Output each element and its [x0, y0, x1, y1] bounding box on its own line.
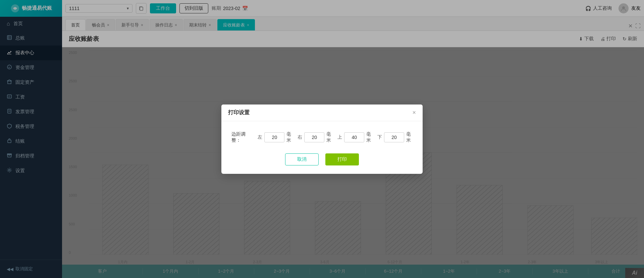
modal-close-button[interactable]: × — [412, 110, 416, 116]
right-unit-label: 毫米 — [326, 131, 333, 143]
margin-row: 边距调整： 左 毫米 右 毫米 上 毫米 下 — [231, 131, 413, 143]
modal-backdrop: 打印设置 × 边距调整： 左 毫米 右 毫米 上 毫米 — [0, 0, 644, 278]
margin-label: 边距调整： — [231, 131, 253, 143]
margin-left-group: 左 毫米 — [258, 131, 293, 143]
modal-body: 边距调整： 左 毫米 右 毫米 上 毫米 下 — [221, 121, 423, 150]
top-unit-label: 毫米 — [366, 131, 373, 143]
margin-left-input[interactable] — [264, 132, 284, 142]
margin-top-group: 上 毫米 — [337, 131, 373, 143]
bottom-direction-label: 下 — [377, 134, 382, 140]
print-settings-modal: 打印设置 × 边距调整： 左 毫米 右 毫米 上 毫米 — [221, 105, 423, 174]
modal-header: 打印设置 × — [221, 105, 423, 121]
margin-top-input[interactable] — [344, 132, 364, 142]
margin-right-input[interactable] — [304, 132, 324, 142]
top-direction-label: 上 — [337, 134, 342, 140]
right-direction-label: 右 — [298, 134, 302, 140]
margin-bottom-input[interactable] — [384, 132, 404, 142]
left-unit-label: 毫米 — [286, 131, 293, 143]
modal-title: 打印设置 — [228, 109, 412, 116]
margin-right-group: 右 毫米 — [298, 131, 333, 143]
cancel-button[interactable]: 取消 — [285, 153, 319, 165]
modal-print-button[interactable]: 打印 — [325, 153, 359, 165]
margin-bottom-group: 下 毫米 — [377, 131, 413, 143]
modal-footer: 取消 打印 — [221, 150, 423, 174]
left-direction-label: 左 — [258, 134, 262, 140]
bottom-unit-label: 毫米 — [406, 131, 413, 143]
